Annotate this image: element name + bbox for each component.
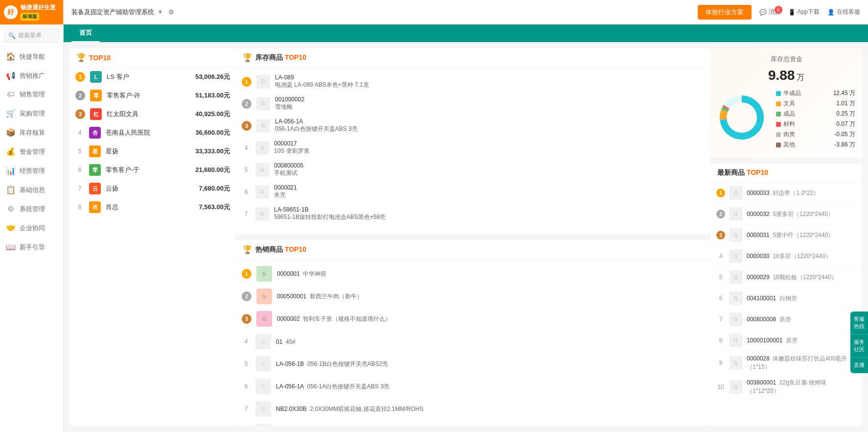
try-industry-button[interactable]: 体验行业方案	[698, 5, 752, 20]
top-customers-title: TOP10	[89, 54, 111, 62]
sidebar-item-label: 资金管理	[20, 147, 45, 156]
stock-product-item: 4 G 0000017 10S 变刺罗浆	[236, 137, 710, 159]
phone-icon: 📱	[788, 9, 796, 16]
new-product-item: 1 G 0000033 封边带（1.0*22）	[710, 183, 862, 204]
inventory-title: 库存总资金	[717, 55, 855, 64]
tab-home[interactable]: 首页	[71, 24, 100, 42]
main-area: 装备及固定资产辅助管理系统 ▼ ⚙ 体验行业方案 💬 消息 6 📱 App下载 …	[64, 0, 868, 432]
sidebar-item-sales[interactable]: 🏷 销售管理	[0, 85, 63, 104]
new-product-list: 1 G 0000033 封边带（1.0*22） 2 G 0000032 5厘多层…	[710, 183, 862, 426]
sidebar-item-label: 基础信息	[20, 186, 45, 194]
stock-product-item: 3 G LA-056-1A 056-1A白色按键开关盖ABS 3壳	[236, 115, 710, 137]
legend-item: 材料 0.07 万	[776, 120, 855, 128]
stock-products-header: 🏆 库存商品 TOP10	[236, 48, 710, 68]
sidebar-item-cooperation[interactable]: 🤝 企业协同	[0, 218, 63, 238]
sidebar-item-label: 营销推广	[20, 72, 45, 80]
online-service-button[interactable]: 👤 在线客服	[827, 8, 860, 16]
float-btn-service[interactable]: 客服热线	[850, 312, 868, 335]
legend-item: 其他 -3.86 万	[776, 141, 855, 149]
legend-item: 半成品 12.45 万	[776, 89, 855, 97]
message-badge: 6	[775, 6, 782, 14]
hot-product-list: 1 G 0000001 中华神箭 2 G 000500001 新西兰牛肉（新牛）…	[236, 260, 710, 426]
float-btn-community[interactable]: 服务社区	[850, 335, 868, 358]
online-service-label: 在线客服	[837, 8, 860, 16]
stock-products-title: 库存商品 TOP10	[255, 53, 306, 62]
hot-product-item: 8 G 0000011 12070519-xs	[236, 420, 710, 426]
guide-icon: 📖	[6, 242, 16, 252]
sidebar: 好 畅捷通好生意 标准版 🔍 搜索菜单 🏠 快捷导航 📢 营销推广 🏷 销售管理…	[0, 0, 64, 432]
customer-item: 3 红 红太阳文具 40,925.00元	[69, 105, 236, 123]
new-product-item: 9 G 0000028 体嫩荔枝味苏打饮品400毫升（1*15）	[710, 351, 862, 375]
new-products-header: 最新商品 TOP10	[710, 164, 862, 183]
stock-product-item: 1 G LA-089 电池盖 LA-089 ABS本色+黑种 7.1克	[236, 71, 710, 93]
sidebar-item-label: 经营管理	[20, 167, 45, 175]
sidebar-item-guide[interactable]: 📖 新手引导	[0, 238, 63, 257]
system-title-text: 装备及固定资产辅助管理系统	[71, 8, 154, 17]
trophy2-icon: 🏆	[243, 245, 252, 254]
operations-icon: 📊	[6, 166, 16, 175]
hot-product-item: 2 G 000500001 新西兰牛肉（新牛）	[236, 285, 710, 308]
sidebar-item-label: 采购管理	[20, 109, 45, 118]
top-customers-card: 🏆 TOP10 1 L LS 客户 53,006.26元 2 零 零售客户-许 …	[69, 48, 236, 426]
message-icon: 💬	[759, 9, 767, 16]
sidebar-logo: 好 畅捷通好生意 标准版	[0, 0, 63, 24]
home-icon: 🏠	[6, 52, 16, 61]
float-btn-broadcast[interactable]: 直播	[850, 358, 868, 373]
legend-item: 文具 1.01 万	[776, 99, 855, 108]
purchase-icon: 🛒	[6, 109, 16, 118]
new-product-item: 7 G 000800008 原垄	[710, 309, 862, 330]
hot-product-item: 3 G 0000002 智利车子里（规格不知道填什么）	[236, 308, 710, 330]
dropdown-arrow-icon[interactable]: ▼	[157, 8, 163, 16]
new-product-item: 3 G 0000031 5厘中纤（1220*2440）	[710, 225, 862, 246]
settings-icon[interactable]: ⚙	[168, 8, 174, 16]
hot-product-item: 7 G NB2.0X30B 2.0X30MM双搓花轴,搓花直径2.1MM/ROH…	[236, 398, 710, 420]
new-products-title: 最新商品 TOP10	[717, 168, 768, 177]
marketing-icon: 📢	[6, 71, 16, 80]
hot-product-item: 5 G LA-056-1B 056-1B白色按键开关壳ABS2壳	[236, 353, 710, 375]
sidebar-item-label: 快捷导航	[20, 52, 45, 61]
customer-item: 2 零 零售客户-许 51,183.00元	[69, 86, 236, 105]
sidebar-item-operations[interactable]: 📊 经营管理	[0, 161, 63, 180]
logo-text: 畅捷通好生意	[21, 4, 56, 12]
tab-bar: 首页	[64, 24, 868, 42]
sidebar-item-label: 销售管理	[20, 90, 45, 99]
customer-item: 4 杏 苍南县人民医院 36,600.00元	[69, 123, 236, 142]
new-product-item: 2 G 0000032 5厘多层（1220*2440）	[710, 204, 862, 225]
app-download-label: App下载	[798, 8, 820, 16]
message-button[interactable]: 💬 消息 6	[759, 8, 780, 16]
col-mid: 🏆 库存商品 TOP10 1 G LA-089 电池盖 LA-089 ABS本色…	[236, 48, 710, 426]
new-product-item: 4 G 0000030 18多层（1220*2440）	[710, 246, 862, 267]
sidebar-item-purchase[interactable]: 🛒 采购管理	[0, 104, 63, 123]
sidebar-item-inventory[interactable]: 📦 库存核算	[0, 123, 63, 142]
customer-item: 7 云 云扬 7,680.00元	[69, 179, 236, 198]
system-title: 装备及固定资产辅助管理系统 ▼ ⚙	[71, 8, 174, 17]
tab-home-label: 首页	[79, 29, 92, 36]
stock-product-item: 6 G 0000021 夹壳	[236, 181, 710, 203]
new-product-item: 8 G 10000100001 原垄	[710, 330, 862, 351]
stock-products-card: 🏆 库存商品 TOP10 1 G LA-089 电池盖 LA-089 ABS本色…	[236, 48, 710, 234]
search-menu-button[interactable]: 🔍 搜索菜单	[4, 28, 59, 43]
inventory-amount: 9.88 万	[717, 68, 855, 83]
sidebar-item-system[interactable]: ⚙ 系统管理	[0, 199, 63, 218]
sidebar-item-marketing[interactable]: 📢 营销推广	[0, 66, 63, 85]
finance-icon: 💰	[6, 147, 16, 156]
inventory-card: 库存总资金 9.88 万	[710, 48, 862, 158]
hot-products-title: 热销商品 TOP10	[255, 245, 306, 254]
top-bar: 装备及固定资产辅助管理系统 ▼ ⚙ 体验行业方案 💬 消息 6 📱 App下载 …	[64, 0, 868, 24]
customer-item: 1 L LS 客户 53,006.26元	[69, 68, 236, 86]
sidebar-search-area: 🔍 搜索菜单	[0, 24, 63, 47]
hot-products-card: 🏆 热销商品 TOP10 1 G 0000001 中华神箭 2 G 000500…	[236, 240, 710, 426]
sidebar-item-home[interactable]: 🏠 快捷导航	[0, 47, 63, 66]
basic-info-icon: 📋	[6, 185, 16, 194]
float-buttons: 客服热线 服务社区 直播	[850, 312, 868, 373]
sales-icon: 🏷	[6, 90, 16, 99]
logo-icon: 好	[4, 5, 18, 19]
app-download-button[interactable]: 📱 App下载	[788, 8, 820, 16]
stock-product-item: 2 G 001000002 雪地靴	[236, 93, 710, 115]
sidebar-item-basic-info[interactable]: 📋 基础信息	[0, 180, 63, 199]
sidebar-nav: 🏠 快捷导航 📢 营销推广 🏷 销售管理 🛒 采购管理 📦 库存核算 💰 资金管…	[0, 47, 63, 432]
sidebar-item-label: 库存核算	[20, 128, 45, 137]
sidebar-item-finance[interactable]: 💰 资金管理	[0, 142, 63, 161]
trophy-icon: 🏆	[243, 53, 252, 62]
customer-list: 1 L LS 客户 53,006.26元 2 零 零售客户-许 51,183.0…	[69, 68, 236, 426]
